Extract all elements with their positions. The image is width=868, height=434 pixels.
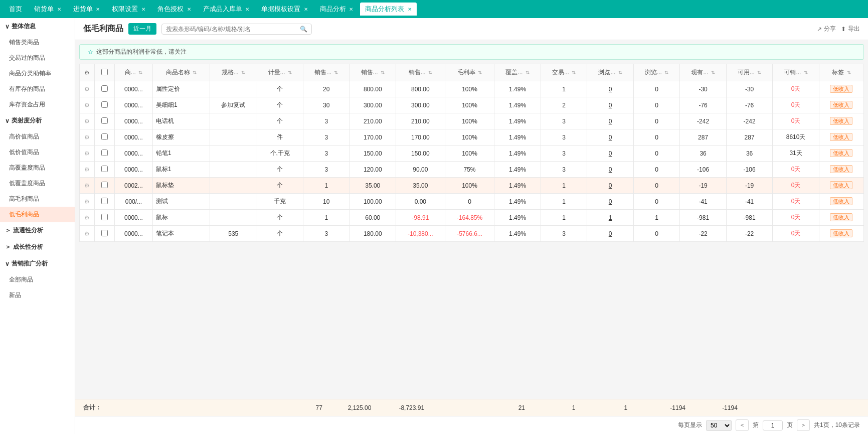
nav-sales-order[interactable]: 销货单 ✕ — [29, 3, 66, 16]
nav-product-analysis[interactable]: 商品分析 ✕ — [315, 3, 359, 16]
view1-cell[interactable]: 0 — [587, 97, 634, 113]
col-qty[interactable]: 销售... ⇅ — [303, 64, 350, 81]
checkbox-cell[interactable] — [95, 226, 115, 242]
close-icon[interactable]: ✕ — [304, 7, 308, 12]
col-code[interactable]: 商... ⇅ — [114, 64, 152, 81]
col-tag[interactable]: 标签 ⇅ — [819, 64, 863, 81]
sidebar-group-overall[interactable]: ∨ 整体信息 — [0, 18, 75, 35]
sidebar-item-all-goods[interactable]: 全部商品 — [0, 272, 75, 287]
row-checkbox[interactable] — [101, 214, 108, 220]
per-page-select[interactable]: 50 20 100 — [706, 420, 732, 431]
sidebar-item-low-value[interactable]: 低价值商品 — [0, 144, 75, 160]
checkbox-cell[interactable] — [95, 146, 115, 162]
view1-cell[interactable]: 0 — [587, 146, 634, 162]
nav-home[interactable]: 首页 — [4, 3, 27, 16]
sidebar-group-marketing[interactable]: ∨ 营销推广分析 — [0, 255, 75, 272]
view1-cell[interactable]: 1 — [587, 210, 634, 226]
row-checkbox[interactable] — [101, 198, 108, 204]
next-page-button[interactable]: ＞ — [797, 419, 810, 431]
gear-cell[interactable]: ⚙ — [80, 226, 95, 242]
view1-cell[interactable]: 0 — [587, 113, 634, 129]
sidebar-item-traded-goods[interactable]: 交易过的商品 — [0, 50, 75, 66]
nav-template-settings[interactable]: 单据模板设置 ✕ — [256, 3, 313, 16]
row-checkbox[interactable] — [101, 117, 108, 124]
view1-cell[interactable]: 0 — [587, 226, 634, 242]
checkbox-cell[interactable] — [95, 97, 115, 113]
search-icon[interactable]: 🔍 — [300, 26, 307, 33]
row-checkbox[interactable] — [101, 101, 108, 108]
nav-product-entry[interactable]: 产成品入库单 ✕ — [198, 3, 255, 16]
checkbox-cell[interactable] — [95, 178, 115, 194]
sidebar-item-low-coverage[interactable]: 低覆盖度商品 — [0, 176, 75, 191]
row-checkbox[interactable] — [101, 133, 108, 140]
view1-cell[interactable]: 0 — [587, 178, 634, 194]
search-input[interactable] — [166, 26, 298, 33]
sidebar-item-new-goods[interactable]: 新品 — [0, 287, 75, 303]
row-checkbox[interactable] — [101, 85, 108, 92]
col-spec[interactable]: 规格... ⇅ — [210, 64, 257, 81]
page-number-input[interactable] — [763, 420, 783, 430]
sidebar-item-high-coverage[interactable]: 高覆盖度商品 — [0, 160, 75, 176]
checkbox-cell[interactable] — [95, 162, 115, 178]
col-gross[interactable]: 销售... ⇅ — [396, 64, 445, 81]
sidebar-item-high-value[interactable]: 高价值商品 — [0, 129, 75, 144]
close-icon[interactable]: ✕ — [349, 7, 353, 12]
sidebar-item-sales-goods[interactable]: 销售类商品 — [0, 35, 75, 50]
view1-cell[interactable]: 0 — [587, 194, 634, 210]
sidebar-item-high-margin[interactable]: 高毛利商品 — [0, 191, 75, 207]
gear-cell[interactable]: ⚙ — [80, 113, 95, 129]
export-button[interactable]: ⬆ 导出 — [841, 25, 860, 33]
gear-cell[interactable]: ⚙ — [80, 81, 95, 97]
gear-cell[interactable]: ⚙ — [80, 178, 95, 194]
gear-cell[interactable]: ⚙ — [80, 210, 95, 226]
col-saleable[interactable]: 可销... ⇅ — [773, 64, 819, 81]
close-icon[interactable]: ✕ — [245, 7, 249, 12]
gear-cell[interactable]: ⚙ — [80, 129, 95, 146]
checkbox-cell[interactable] — [95, 194, 115, 210]
checkbox-column-header[interactable] — [95, 64, 115, 81]
nav-product-analysis-list[interactable]: 商品分析列表 ✕ — [360, 3, 417, 16]
row-checkbox[interactable] — [101, 230, 108, 236]
close-icon[interactable]: ✕ — [408, 7, 412, 12]
checkbox-cell[interactable] — [95, 210, 115, 226]
date-filter-button[interactable]: 近一月 — [128, 23, 156, 35]
col-unit[interactable]: 计量... ⇅ — [257, 64, 303, 81]
checkbox-cell[interactable] — [95, 129, 115, 146]
row-checkbox[interactable] — [101, 150, 108, 156]
view1-cell[interactable]: 0 — [587, 162, 634, 178]
col-amount[interactable]: 销售... ⇅ — [350, 64, 396, 81]
view1-cell[interactable]: 0 — [587, 81, 634, 97]
col-gross-rate[interactable]: 毛利率 ⇅ — [445, 64, 494, 81]
sidebar-item-capital[interactable]: 库存资金占用 — [0, 97, 75, 112]
row-checkbox[interactable] — [101, 182, 108, 188]
nav-purchase-order[interactable]: 进货单 ✕ — [68, 3, 105, 16]
prev-page-button[interactable]: ＜ — [736, 419, 749, 431]
sidebar-item-in-stock[interactable]: 有库存的商品 — [0, 81, 75, 97]
col-view2[interactable]: 浏览... ⇅ — [633, 64, 680, 81]
select-all-checkbox[interactable] — [101, 69, 108, 75]
sidebar-group-analysis[interactable]: ∨ 类射度分析 — [0, 112, 75, 129]
sidebar-item-category-rate[interactable]: 商品分类助销率 — [0, 66, 75, 81]
nav-roles[interactable]: 角色授权 ✕ — [152, 3, 196, 16]
col-view1[interactable]: 浏览... ⇅ — [587, 64, 634, 81]
settings-column-header[interactable]: ⚙ — [80, 64, 95, 81]
row-checkbox[interactable] — [101, 166, 108, 172]
checkbox-cell[interactable] — [95, 113, 115, 129]
nav-permissions[interactable]: 权限设置 ✕ — [107, 3, 150, 16]
sidebar-item-low-margin[interactable]: 低毛利商品 — [0, 207, 75, 222]
close-icon[interactable]: ✕ — [141, 7, 145, 12]
share-button[interactable]: ↗ 分享 — [817, 25, 836, 33]
col-name[interactable]: 商品名称 ⇅ — [153, 64, 210, 81]
col-trade[interactable]: 交易... ⇅ — [541, 64, 587, 81]
close-icon[interactable]: ✕ — [57, 7, 61, 12]
close-icon[interactable]: ✕ — [187, 7, 191, 12]
close-icon[interactable]: ✕ — [96, 7, 100, 12]
sidebar-group-flow[interactable]: ＞ 流通性分析 — [0, 222, 75, 239]
gear-cell[interactable]: ⚙ — [80, 146, 95, 162]
gear-cell[interactable]: ⚙ — [80, 97, 95, 113]
gear-cell[interactable]: ⚙ — [80, 162, 95, 178]
col-current[interactable]: 现有... ⇅ — [680, 64, 727, 81]
sidebar-group-growth[interactable]: ＞ 成长性分析 — [0, 239, 75, 255]
gear-cell[interactable]: ⚙ — [80, 194, 95, 210]
view1-cell[interactable]: 0 — [587, 129, 634, 146]
